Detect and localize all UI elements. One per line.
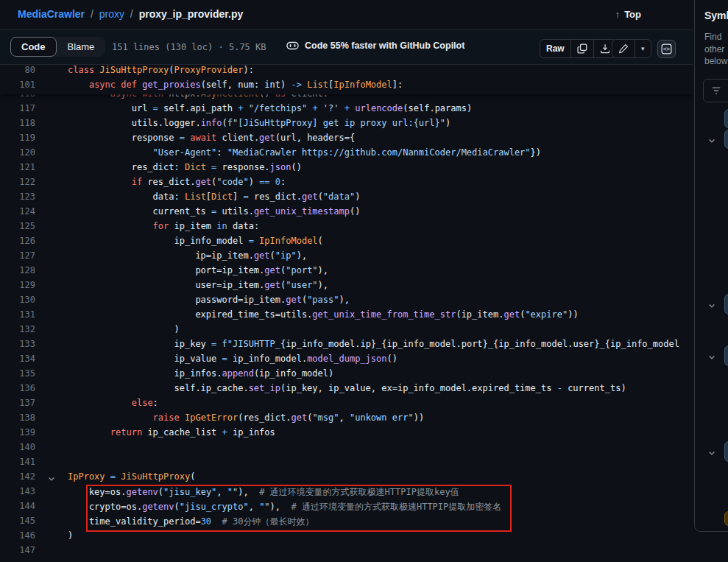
line-number[interactable]: 119 [0, 133, 35, 147]
line-number[interactable]: 117 [0, 103, 35, 118]
code-text: if res_dict.get("code") == 0: [68, 177, 286, 192]
code-line-117: 117 url = self.api_path + "/fetchips" + … [0, 103, 693, 118]
fold-spacer [35, 442, 68, 457]
line-number[interactable]: 123 [0, 192, 35, 206]
line-number[interactable]: 140 [0, 442, 35, 457]
fold-spacer [35, 530, 68, 545]
code-text: ip_infos.append(ip_info_model) [68, 368, 333, 383]
tab-blame[interactable]: Blame [57, 37, 106, 57]
sticky-scope-lines: 80class JiSuHttpProxy(ProxyProvider):101… [0, 65, 693, 94]
line-number[interactable]: 141 [0, 457, 35, 471]
code-line-126: 126 ip_info_model = IpInfoModel( [0, 236, 693, 250]
chevron-down-icon[interactable] [707, 300, 716, 309]
fold-chevron-icon[interactable] [35, 471, 68, 486]
line-number[interactable]: 131 [0, 309, 35, 324]
line-number[interactable]: 132 [0, 324, 35, 339]
back-to-top-button[interactable]: ↑ Top [615, 9, 641, 20]
line-number[interactable]: 118 [0, 118, 35, 133]
line-number[interactable]: 101 [0, 80, 35, 94]
code-text: res_dict: Dict = response.json() [68, 162, 302, 177]
file-meta-info: 151 lines (130 loc) · 5.75 KB [112, 42, 266, 52]
chevron-down-icon[interactable] [707, 351, 716, 360]
edit-file-group: ▾ [612, 39, 651, 58]
line-number[interactable]: 121 [0, 162, 35, 177]
code-line-119: 119 response = await client.get(url, hea… [0, 133, 693, 147]
code-text: raise IpGetError(res_dict.get("msg", "un… [68, 412, 424, 427]
code-line-134: 134 ip_value = ip_info_model.model_dump_… [0, 354, 693, 368]
fold-spacer [35, 324, 68, 339]
code-text: ) [68, 530, 73, 545]
edit-file-button[interactable] [612, 40, 635, 57]
code-text: url = self.api_path + "/fetchips" + '?' … [68, 103, 472, 118]
line-number[interactable]: 146 [0, 530, 35, 545]
edit-options-dropdown[interactable]: ▾ [635, 40, 651, 57]
breadcrumb-separator: / [88, 8, 96, 20]
line-number[interactable]: 138 [0, 412, 35, 427]
symbol-chip[interactable] [724, 511, 728, 526]
svg-text:<>: <> [663, 46, 671, 52]
code-text: "User-Agent": "MediaCrawler https://gith… [68, 147, 541, 162]
line-number[interactable]: 126 [0, 236, 35, 250]
line-number[interactable]: 133 [0, 339, 35, 354]
symbol-chip[interactable] [724, 130, 728, 149]
code-line-144: 144 crypto=os.getenv("jisu_crypto", ""),… [0, 501, 693, 516]
line-number[interactable]: 142 [0, 471, 35, 486]
line-number[interactable]: 130 [0, 295, 35, 309]
code-line-140: 140 [0, 442, 693, 457]
code-line-142: 142IpProxy = JiSuHttpProxy( [0, 471, 693, 486]
fold-spacer [35, 177, 68, 192]
line-number[interactable]: 120 [0, 147, 35, 162]
copy-raw-button[interactable] [570, 40, 593, 57]
symbols-description-line: below [704, 55, 727, 68]
line-number[interactable]: 147 [0, 545, 35, 560]
raw-button[interactable]: Raw [540, 40, 570, 57]
line-number[interactable]: 144 [0, 501, 35, 516]
code-text: utils.logger.info(f"[JiSuHttpProxy] get … [68, 118, 450, 133]
line-number[interactable]: 127 [0, 250, 35, 265]
code-line-118: 118 utils.logger.info(f"[JiSuHttpProxy] … [0, 118, 693, 133]
breadcrumb-repo-link[interactable]: MediaCrawler [18, 8, 85, 20]
back-to-top-label: Top [624, 9, 641, 20]
copilot-icon [286, 40, 299, 51]
symbols-panel-toggle-button[interactable]: <> [657, 40, 676, 58]
code-text: current_ts = utils.get_unix_timestamp() [68, 206, 360, 221]
symbol-chip[interactable] [724, 441, 728, 462]
fold-spacer [35, 103, 68, 118]
caret-down-icon: ▾ [641, 45, 645, 52]
line-number[interactable]: 139 [0, 427, 35, 442]
code-line-135: 135 ip_infos.append(ip_info_model) [0, 368, 693, 383]
line-number[interactable]: 137 [0, 398, 35, 412]
code-line-141: 141 [0, 457, 693, 471]
line-number[interactable]: 124 [0, 206, 35, 221]
line-number[interactable]: 80 [0, 65, 35, 80]
line-number[interactable]: 136 [0, 383, 35, 398]
fold-spacer [35, 206, 68, 221]
line-number[interactable]: 122 [0, 177, 35, 192]
tab-code[interactable]: Code [10, 37, 57, 57]
line-number[interactable]: 135 [0, 368, 35, 383]
code-text: self.ip_cache.set_ip(ip_key, ip_value, e… [68, 383, 626, 398]
code-text: port=ip_item.get("port"), [68, 265, 328, 280]
line-number[interactable]: 145 [0, 516, 35, 530]
code-line-125: 125 for ip_item in data: [0, 221, 693, 236]
breadcrumb-folder-link[interactable]: proxy [99, 8, 124, 20]
symbols-filter-input[interactable] [703, 79, 728, 102]
line-number[interactable]: 125 [0, 221, 35, 236]
line-number[interactable]: 128 [0, 265, 35, 280]
line-number[interactable]: 129 [0, 280, 35, 295]
line-number[interactable]: 134 [0, 354, 35, 368]
code-line-127: 127 ip=ip_item.get("ip"), [0, 250, 693, 265]
symbols-panel-title: Symbols [704, 10, 728, 21]
code-text: else: [68, 398, 158, 412]
line-number[interactable]: 143 [0, 486, 35, 501]
chevron-down-icon[interactable] [707, 447, 716, 456]
code-line-121: 121 res_dict: Dict = response.json() [0, 162, 693, 177]
fold-spacer [35, 80, 68, 94]
copilot-banner[interactable]: Code 55% faster with GitHub Copilot [286, 40, 464, 51]
download-icon [600, 43, 610, 54]
symbol-chip[interactable] [724, 109, 728, 128]
symbol-chip[interactable] [724, 345, 728, 366]
chevron-down-icon[interactable] [707, 135, 716, 144]
symbol-chip[interactable] [724, 294, 728, 315]
copilot-banner-text: Code 55% faster with GitHub Copilot [305, 41, 464, 51]
